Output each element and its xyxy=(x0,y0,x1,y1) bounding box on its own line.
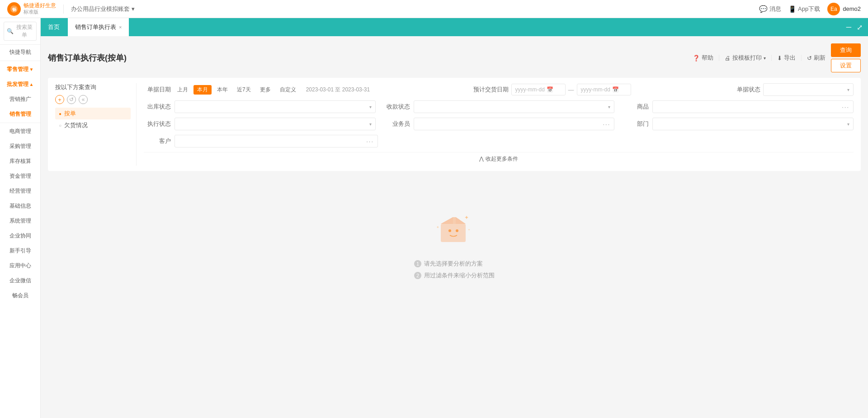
stock-status-select[interactable]: ▾ xyxy=(175,100,376,113)
user-area[interactable]: Ea demo2 xyxy=(827,3,861,15)
dept-select[interactable]: ▾ xyxy=(652,118,854,130)
sidebar-item-enterprise-collab[interactable]: 企业协同 xyxy=(0,228,40,243)
filter-customer: 客户 ··· xyxy=(144,135,378,147)
settings-button[interactable]: 设置 xyxy=(831,59,861,72)
sidebar-item-ecommerce[interactable]: 电商管理 xyxy=(0,124,40,139)
collapse-icon: ⋀ xyxy=(479,156,485,162)
empty-tips: 1 请先选择要分析的方案 2 用过滤条件来缩小分析范围 xyxy=(414,258,495,281)
page-selector-arrow: ▾ xyxy=(132,5,135,12)
filter-row-4: 客户 ··· xyxy=(144,135,854,147)
help-button[interactable]: ❓ 帮助 xyxy=(693,54,713,62)
status-select[interactable]: ▾ xyxy=(763,83,854,96)
sidebar-item-system[interactable]: 系统管理 xyxy=(0,214,40,228)
sidebar-item-wholesale[interactable]: 批发管理 ▲ xyxy=(0,77,40,92)
svg-point-7 xyxy=(456,229,458,232)
retail-arrow: ▼ xyxy=(29,67,34,72)
salesman-input[interactable]: ··· xyxy=(414,118,615,130)
filter-title-label: 按以下方案查询 xyxy=(55,83,96,91)
date-tab-this-month[interactable]: 本月 xyxy=(193,85,212,95)
scheme-item-qiankuan[interactable]: ○ 欠货情况 xyxy=(55,119,131,131)
sidebar-item-operations[interactable]: 经营管理 xyxy=(0,184,40,199)
filter-left: 按以下方案查询 + ↺ « ● 按单 xyxy=(55,83,137,166)
exec-status-select[interactable]: ▾ xyxy=(175,118,376,130)
filter-section: 按以下方案查询 + ↺ « ● 按单 xyxy=(55,83,854,166)
scheme-item-andan[interactable]: ● 按单 xyxy=(55,108,131,119)
sidebar-item-sales[interactable]: 销售管理 xyxy=(0,107,40,122)
filter-dept: 部门 ▾ xyxy=(622,118,854,130)
logo-area: 畅 畅捷通好生意 标准版 xyxy=(7,2,56,16)
calendar-icon-2: 📅 xyxy=(612,86,619,93)
logo-subtitle: 标准版 xyxy=(24,9,56,15)
sidebar-item-purchase[interactable]: 采购管理 xyxy=(0,139,40,154)
sidebar-item-member[interactable]: 畅会员 xyxy=(0,288,40,303)
customer-dots: ··· xyxy=(366,138,374,145)
expected-date-from[interactable]: yyyy-mm-dd 📅 xyxy=(511,84,566,95)
message-button[interactable]: 💬 消息 xyxy=(759,5,781,13)
inventory-label: 库存核算 xyxy=(9,158,31,164)
sidebar-item-quick-nav[interactable]: 快捷导航 xyxy=(0,45,40,60)
sidebar-item-newbie[interactable]: 新手引导 xyxy=(0,243,40,258)
expected-date-label: 预计交货日期 xyxy=(472,86,509,94)
page-selector[interactable]: 办公用品行业模拟账套 ▾ xyxy=(71,5,135,13)
filter-goods: 商品 ··· xyxy=(622,100,854,113)
expected-date-to[interactable]: yyyy-mm-dd 📅 xyxy=(577,84,631,95)
stock-status-label: 出库状态 xyxy=(144,103,171,111)
collapse-label: 收起更多条件 xyxy=(486,156,518,162)
export-button[interactable]: ⬇ 导出 xyxy=(777,54,796,62)
sidebar-item-wechat[interactable]: 企业微信 xyxy=(0,273,40,288)
add-scheme-icon[interactable]: + xyxy=(55,95,64,104)
message-label: 消息 xyxy=(769,5,781,13)
filter-row-3: 执行状态 ▾ 业务员 xyxy=(144,118,854,130)
sidebar-item-basic-info[interactable]: 基础信息 xyxy=(0,199,40,214)
date-tab-more[interactable]: 更多 xyxy=(256,85,274,95)
date-tab-custom[interactable]: 自定义 xyxy=(276,85,300,95)
goods-input[interactable]: ··· xyxy=(652,100,854,113)
page-actions: ❓ 帮助 🖨 按模板打印 ▾ ⬇ 导出 xyxy=(693,43,861,72)
refresh-button[interactable]: ↺ 刷新 xyxy=(807,54,826,62)
print-button[interactable]: 🖨 按模板打印 ▾ xyxy=(725,54,766,62)
receipt-arrow: ▾ xyxy=(608,104,610,109)
query-button[interactable]: 查询 xyxy=(831,43,861,57)
tab-sales-order[interactable]: 销售订单执行表 × xyxy=(68,18,129,36)
reset-scheme-icon[interactable]: ↺ xyxy=(67,95,76,104)
tab-sales-label: 销售订单执行表 xyxy=(75,23,116,31)
date-tab-this-year[interactable]: 本年 xyxy=(213,85,231,95)
date-tab-last-month[interactable]: 上月 xyxy=(174,85,192,95)
collapse-row: ⋀ 收起更多条件 xyxy=(144,152,854,166)
sidebar-search[interactable]: 🔍 搜索菜单 xyxy=(0,18,40,45)
avatar: Ea xyxy=(827,3,840,15)
user-name: demo2 xyxy=(843,5,861,12)
date-tab-7days[interactable]: 近7天 xyxy=(233,85,255,95)
search-label: 搜索菜单 xyxy=(15,24,33,39)
operations-label: 经营管理 xyxy=(9,188,31,194)
filter-right: 单据日期 上月 本月 本年 近7天 更多 自定义 xyxy=(144,83,854,166)
sidebar-item-inventory[interactable]: 库存核算 xyxy=(0,154,40,169)
app-download-button[interactable]: 📱 App下载 xyxy=(788,5,820,13)
receipt-status-select[interactable]: ▾ xyxy=(414,100,615,113)
scheme-icon-1: ● xyxy=(59,111,61,116)
tab-minimize-icon[interactable]: ─ xyxy=(844,21,853,33)
help-label: 帮助 xyxy=(702,54,713,62)
tab-expand-icon[interactable]: ⤢ xyxy=(855,21,864,33)
sidebar-divider-1 xyxy=(0,61,40,61)
sidebar-item-app-center[interactable]: 应用中心 xyxy=(0,258,40,273)
member-label: 畅会员 xyxy=(12,292,28,299)
sidebar-item-finance[interactable]: 资金管理 xyxy=(0,169,40,184)
last-month-label: 上月 xyxy=(177,86,188,93)
collapse-left-icon[interactable]: « xyxy=(79,95,88,104)
customer-input[interactable]: ··· xyxy=(175,135,378,147)
divider1 xyxy=(719,55,719,61)
sidebar-divider-2 xyxy=(0,123,40,123)
filter-left-title: 按以下方案查询 xyxy=(55,83,131,91)
tab-home[interactable]: 首页 xyxy=(41,18,67,36)
sidebar-item-marketing[interactable]: 营销推广 xyxy=(0,92,40,107)
filter-panel: 按以下方案查询 + ↺ « ● 按单 xyxy=(48,78,861,171)
salesman-dots: ··· xyxy=(603,121,611,128)
filter-stock-status: 出库状态 ▾ xyxy=(144,100,376,113)
scheme-icon-2: ○ xyxy=(59,123,61,128)
tab-close-icon[interactable]: × xyxy=(119,24,122,30)
collapse-button[interactable]: ⋀ 收起更多条件 xyxy=(479,156,518,162)
logo-icon: 畅 xyxy=(7,2,21,16)
sidebar-item-retail[interactable]: 零售管理 ▼ xyxy=(0,62,40,77)
tip-1: 1 请先选择要分析的方案 xyxy=(414,258,495,270)
